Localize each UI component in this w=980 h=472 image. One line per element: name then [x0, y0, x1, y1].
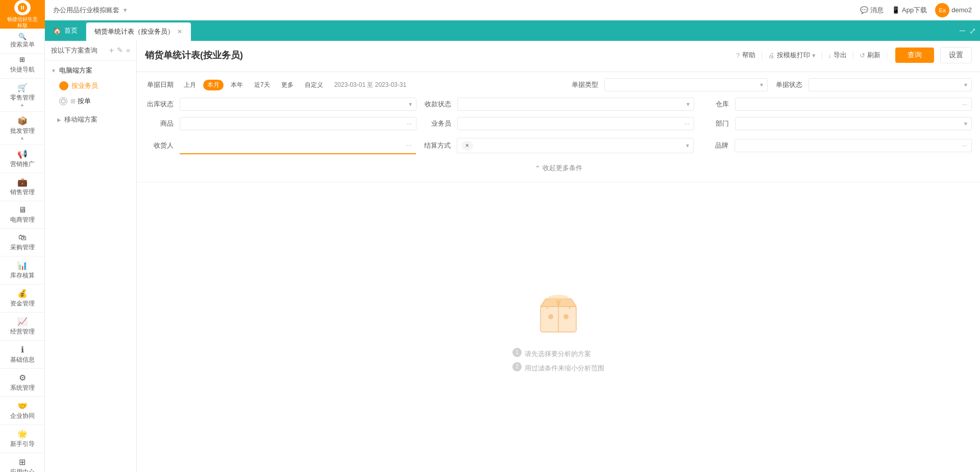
tab-expand-icon[interactable]: ⤢: [969, 26, 976, 36]
date-btn-this-month[interactable]: 本月: [203, 80, 224, 90]
sidebar-item-wholesale[interactable]: 📦 批发管理 ▲: [0, 112, 44, 145]
page-header: 销货单统计表(按业务员) ? 帮助 🖨 按模板打印 ▾: [137, 41, 980, 72]
collapse-panel-icon[interactable]: «: [126, 46, 130, 55]
sidebar-item-ops[interactable]: 📈 经营管理: [0, 313, 44, 341]
topbar-dropdown-icon[interactable]: ▾: [124, 6, 127, 14]
refresh-button[interactable]: ↺ 刷新: [860, 51, 880, 60]
sidebar-item-inventory[interactable]: 📊 库存核算: [0, 256, 44, 285]
query-button[interactable]: 查询: [895, 48, 934, 63]
app-logo: 畅捷信好生意 标版: [0, 0, 45, 29]
svg-point-7: [569, 307, 571, 309]
sidebar-item-system[interactable]: ⚙ 系统管理: [0, 369, 44, 397]
payment-method-select[interactable]: × ▾: [457, 138, 694, 153]
salesman-label: 业务员: [423, 119, 451, 128]
content-area: 按以下方案查询 + ✎ « ▼ 电脑端方案 ✓ 按业务员: [45, 41, 980, 472]
warehouse-select[interactable]: ···: [735, 98, 972, 111]
sidebar-item-marketing[interactable]: 📢 营销推广: [0, 145, 44, 173]
sidebar-item-retail[interactable]: 🛒 零售管理 ▲: [0, 79, 44, 112]
retail-arrow: ▲: [20, 102, 24, 107]
divider-1: [762, 51, 762, 59]
print-button[interactable]: 🖨 按模板打印 ▾: [768, 51, 816, 60]
consignee-input[interactable]: [184, 138, 406, 151]
desktop-group-header[interactable]: ▼ 电脑端方案: [45, 63, 136, 78]
marketing-icon: 📢: [17, 149, 28, 159]
ecommerce-label: 电商管理: [10, 216, 35, 224]
quick-nav-item[interactable]: ⊞ 快捷导航: [0, 54, 44, 79]
salesman-select[interactable]: ···: [457, 117, 694, 130]
collapse-label: 收起更多条件: [543, 163, 582, 173]
retail-icon: 🛒: [17, 83, 28, 92]
order-icon: ⊞: [70, 98, 76, 105]
desktop-group-arrow: ▼: [51, 68, 56, 74]
date-btn-last-7[interactable]: 近7天: [250, 80, 274, 90]
ecommerce-icon: 🖥: [18, 205, 27, 215]
date-range-display: 2023-03-01 至 2023-03-31: [334, 81, 406, 89]
tab-home[interactable]: 🏠 首页: [45, 20, 86, 41]
warehouse-label: 仓库: [700, 100, 729, 109]
scheme-by-order[interactable]: ⊞ 按单: [45, 93, 136, 109]
search-menu-item[interactable]: 🔍 搜索菜单: [0, 29, 44, 54]
help-icon: ?: [736, 52, 740, 59]
salesman-dots-icon: ···: [684, 120, 690, 127]
date-btn-more[interactable]: 更多: [277, 80, 298, 90]
page-title: 销货单统计表(按业务员): [145, 49, 243, 61]
messages-button[interactable]: 💬 消息: [860, 6, 884, 15]
step-1-text: 请先选择要分析的方案: [525, 348, 591, 360]
step-1-num: 1: [512, 348, 522, 357]
avatar-text: Ea: [939, 7, 946, 13]
sidebar-item-cooperation[interactable]: 🤝 企业协同: [0, 397, 44, 425]
marketing-label: 营销推广: [10, 160, 35, 169]
basic-label: 基础信息: [10, 356, 35, 364]
doc-type-select[interactable]: ▾: [604, 78, 768, 91]
payment-status-select[interactable]: ▾: [457, 98, 694, 111]
filter-area: 单据日期 上月 本月 本年 近7天 更多 自定义 2023-03-01 至 20…: [137, 72, 980, 182]
consignee-label: 收货人: [145, 141, 174, 150]
user-menu[interactable]: Ea demo2: [935, 3, 972, 17]
mobile-group-header[interactable]: ▶ 移动端方案: [45, 113, 136, 126]
app-download-button[interactable]: 📱 App下载: [892, 6, 927, 15]
logo-text: 畅捷信好生意 标版: [7, 16, 38, 29]
export-label: 导出: [834, 51, 847, 60]
left-panel: 按以下方案查询 + ✎ « ▼ 电脑端方案 ✓ 按业务员: [45, 41, 137, 472]
system-icon: ⚙: [19, 373, 26, 383]
payment-method-chevron-icon: ▾: [686, 142, 689, 149]
svg-point-5: [564, 314, 569, 319]
sidebar-item-ecommerce[interactable]: 🖥 电商管理: [0, 201, 44, 229]
page-actions: ? 帮助 🖨 按模板打印 ▾ ↓ 导出: [736, 47, 972, 63]
print-icon: 🖨: [768, 52, 775, 59]
warehouse-dots-icon: ···: [962, 101, 967, 108]
sidebar-item-apps[interactable]: ⊞ 应用中心: [0, 453, 44, 472]
brand-select[interactable]: ···: [734, 139, 972, 152]
sidebar-item-purchase[interactable]: 🛍 采购管理: [0, 229, 44, 256]
inventory-icon: 📊: [17, 261, 28, 270]
sidebar-item-sales[interactable]: 💼 销售管理: [0, 173, 44, 201]
sidebar-item-basic[interactable]: ℹ 基础信息: [0, 341, 44, 369]
empty-illustration: [528, 278, 589, 340]
sidebar-item-guide[interactable]: 🌟 新手引导: [0, 425, 44, 453]
out-status-select[interactable]: ▾: [180, 98, 416, 111]
user-label: demo2: [951, 6, 972, 14]
right-main: 销货单统计表(按业务员) ? 帮助 🖨 按模板打印 ▾: [137, 41, 980, 472]
tab-close-icon[interactable]: ✕: [177, 28, 182, 35]
brand-dots-icon: ···: [962, 142, 967, 149]
edit-scheme-icon[interactable]: ✎: [117, 46, 123, 55]
empty-step-2: 2 用过滤条件来缩小分析范围: [512, 362, 604, 374]
export-button[interactable]: ↓ 导出: [828, 51, 847, 60]
dept-select[interactable]: ▾: [735, 117, 972, 130]
date-btn-this-year[interactable]: 本年: [227, 80, 247, 90]
doc-status-select[interactable]: ▾: [808, 78, 972, 91]
help-button[interactable]: ? 帮助: [736, 51, 755, 60]
consignee-dots-icon[interactable]: ···: [406, 141, 412, 149]
tab-sales-stat[interactable]: 销货单统计表（按业务员） ✕: [86, 22, 191, 41]
date-btn-custom[interactable]: 自定义: [301, 80, 327, 90]
svg-point-3: [548, 295, 569, 301]
sidebar-item-finance[interactable]: 💰 资金管理: [0, 285, 44, 313]
tab-minimize-icon[interactable]: ─: [960, 26, 965, 35]
collapse-filter-button[interactable]: ⌃ 收起更多条件: [145, 160, 972, 176]
settings-button[interactable]: 设置: [940, 47, 972, 63]
goods-select[interactable]: ···: [180, 117, 416, 130]
date-btn-last-month[interactable]: 上月: [180, 80, 200, 90]
add-scheme-icon[interactable]: +: [109, 46, 114, 55]
date-filter: 上月 本月 本年 近7天 更多 自定义 2023-03-01 至 2023-03…: [180, 80, 564, 90]
scheme-by-salesman[interactable]: ✓ 按业务员: [45, 78, 136, 93]
